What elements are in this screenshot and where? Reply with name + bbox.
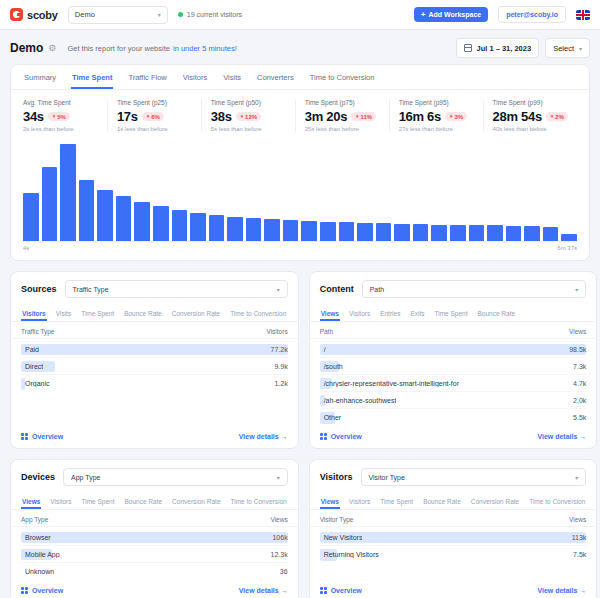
overview-link[interactable]: Overview <box>320 433 362 440</box>
card-tab-visitors[interactable]: Visitors <box>21 305 47 321</box>
histogram-bar[interactable] <box>190 213 206 241</box>
card-tab-bounce-rate[interactable]: Bounce Rate <box>477 305 517 321</box>
card-tab-time-to-conversion[interactable]: Time to Conversion <box>528 493 586 509</box>
card-tab-views[interactable]: Views <box>21 493 41 509</box>
histogram-bar[interactable] <box>172 210 188 241</box>
table-row[interactable]: /chrysler-representative-smart-intellige… <box>320 375 587 392</box>
histogram-bar[interactable] <box>450 225 466 241</box>
card-dimension-select[interactable]: Path▾ <box>362 280 587 298</box>
histogram-bar[interactable] <box>42 167 58 241</box>
histogram-bar[interactable] <box>246 218 262 241</box>
histogram-bar[interactable] <box>134 202 150 241</box>
table-row[interactable]: /ah-enhance-southwest2.0k <box>320 392 587 409</box>
scoby-logo[interactable]: scoby <box>10 8 58 21</box>
tab-visitors[interactable]: Visitors <box>182 65 208 89</box>
histogram-bar[interactable] <box>60 144 76 241</box>
promo-link[interactable]: in under 5 minutes! <box>173 44 237 53</box>
language-flag-icon[interactable] <box>576 10 590 20</box>
histogram-bar[interactable] <box>97 190 113 241</box>
view-details-link[interactable]: View details → <box>239 433 288 440</box>
card-tab-time-to-conversion[interactable]: Time to Conversion <box>229 305 287 321</box>
card-tab-bounce-rate[interactable]: Bounce Rate <box>422 493 462 509</box>
date-range-picker[interactable]: Jul 1 – 31, 2023 <box>456 38 540 58</box>
cards-grid: SourcesTraffic Type▾VisitorsVisitsTime S… <box>10 271 590 598</box>
table-row[interactable]: Mobile App12.3k <box>21 546 288 563</box>
card-tab-exits[interactable]: Exits <box>409 305 425 321</box>
table-row[interactable]: Paid77.2k <box>21 341 288 358</box>
card-tab-visitors[interactable]: Visitors <box>49 493 72 509</box>
histogram-bar[interactable] <box>376 223 392 241</box>
histogram-bar[interactable] <box>469 225 485 241</box>
histogram-bar[interactable] <box>487 225 503 241</box>
table-row[interactable]: /98.5k <box>320 341 587 358</box>
card-tab-time-spent[interactable]: Time Spent <box>434 305 469 321</box>
histogram-bar[interactable] <box>413 224 429 241</box>
overview-link[interactable]: Overview <box>320 587 362 594</box>
card-tab-conversion-rate[interactable]: Conversion Rate <box>171 493 221 509</box>
tab-time-to-conversion[interactable]: Time to Conversion <box>309 65 376 89</box>
histogram-bar[interactable] <box>301 221 317 241</box>
overview-link[interactable]: Overview <box>21 433 63 440</box>
tab-converters[interactable]: Converters <box>256 65 295 89</box>
card-tab-visitors[interactable]: Visitors <box>348 305 371 321</box>
card-dimension-select[interactable]: App Type▾ <box>63 468 288 486</box>
table-row[interactable]: New Visitors113k <box>320 529 587 546</box>
card-tab-bounce-rate[interactable]: Bounce Rate <box>123 305 163 321</box>
tab-visits[interactable]: Visits <box>222 65 242 89</box>
add-workspace-button[interactable]: + Add Workspace <box>414 7 488 22</box>
select-dropdown[interactable]: Select ▾ <box>545 38 590 58</box>
table-row[interactable]: Organic1.2k <box>21 375 288 392</box>
card-tab-views[interactable]: Views <box>320 305 340 321</box>
account-button[interactable]: peter@scoby.io <box>498 6 566 23</box>
table-row[interactable]: Unknown36 <box>21 563 288 580</box>
histogram-bar[interactable] <box>357 223 373 241</box>
overview-grid-icon <box>320 433 327 440</box>
histogram-bar[interactable] <box>561 234 577 241</box>
workspace-select[interactable]: Demo ▾ <box>68 6 168 24</box>
tab-summary[interactable]: Summary <box>23 65 57 89</box>
card-tab-views[interactable]: Views <box>320 493 340 509</box>
histogram-bar[interactable] <box>264 219 280 241</box>
histogram-bar[interactable] <box>153 206 169 241</box>
card-tab-conversion-rate[interactable]: Conversion Rate <box>470 493 520 509</box>
histogram-bar[interactable] <box>431 225 447 241</box>
view-details-link[interactable]: View details → <box>239 587 288 594</box>
histogram-bar[interactable] <box>23 193 39 242</box>
card-tab-entries[interactable]: Entries <box>379 305 401 321</box>
card-tab-time-spent[interactable]: Time Spent <box>379 493 414 509</box>
view-details-link[interactable]: View details → <box>537 587 586 594</box>
histogram-bar[interactable] <box>320 222 336 241</box>
view-details-link[interactable]: View details → <box>537 433 586 440</box>
histogram-bar[interactable] <box>116 196 132 241</box>
histogram-bar[interactable] <box>543 227 559 241</box>
overview-link[interactable]: Overview <box>21 587 63 594</box>
histogram-bar[interactable] <box>394 224 410 241</box>
histogram-bar[interactable] <box>506 226 522 241</box>
histogram-bar[interactable] <box>227 217 243 241</box>
card-tab-time-to-conversion[interactable]: Time to Conversion <box>230 493 288 509</box>
arrow-down-icon: ▼ <box>550 114 554 119</box>
histogram-bar[interactable] <box>283 220 299 241</box>
table-row[interactable]: /south7.3k <box>320 358 587 375</box>
histogram-bar[interactable] <box>209 215 225 241</box>
histogram-bar[interactable] <box>79 180 95 241</box>
tab-traffic-flow[interactable]: Traffic Flow <box>127 65 167 89</box>
histogram-bars <box>23 144 577 242</box>
metric-time-spent-p75: Time Spent (p75)3m 20s▼11%25s less than … <box>295 99 389 132</box>
card-dimension-select[interactable]: Visitor Type▾ <box>361 468 587 486</box>
card-tab-time-spent[interactable]: Time Spent <box>80 305 115 321</box>
histogram-bar[interactable] <box>524 226 540 241</box>
table-row[interactable]: Other5.5k <box>320 409 587 426</box>
tab-time-spent[interactable]: Time Spent <box>71 65 113 89</box>
histogram-bar[interactable] <box>339 222 355 241</box>
table-row[interactable]: Browser106k <box>21 529 288 546</box>
table-row[interactable]: Returning Visitors7.5k <box>320 546 587 563</box>
settings-gear-icon[interactable]: ⚙ <box>48 43 56 53</box>
card-tab-visits[interactable]: Visits <box>55 305 72 321</box>
card-tab-visitors[interactable]: Visitors <box>348 493 371 509</box>
card-tab-conversion-rate[interactable]: Conversion Rate <box>171 305 221 321</box>
card-tab-time-spent[interactable]: Time Spent <box>81 493 116 509</box>
card-dimension-select[interactable]: Traffic Type▾ <box>65 280 288 298</box>
table-row[interactable]: Direct9.9k <box>21 358 288 375</box>
card-tab-bounce-rate[interactable]: Bounce Rate <box>124 493 164 509</box>
